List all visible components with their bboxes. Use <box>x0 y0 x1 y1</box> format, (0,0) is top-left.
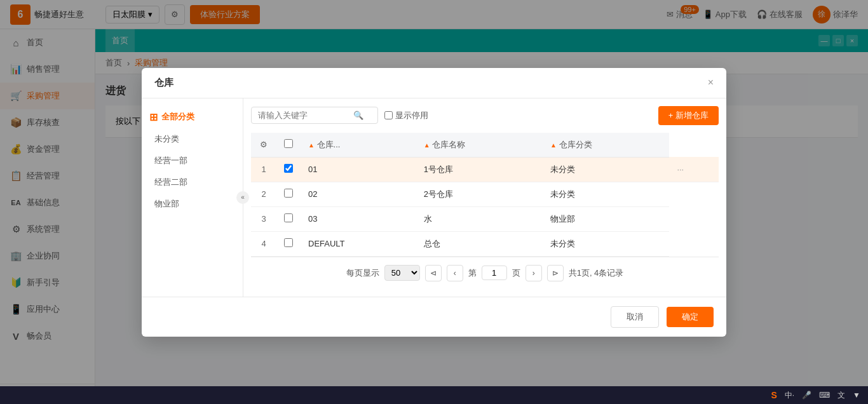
col-code: ▲ 仓库... <box>301 133 416 158</box>
col-category: ▲ 仓库分类 <box>543 133 669 158</box>
row-checkbox[interactable] <box>284 213 293 222</box>
pagination: 每页显示 50 100 ⊲ ‹ 第 页 › ⊳ 共1页, 4条记录 <box>251 257 719 289</box>
sort-icon-name: ▲ <box>424 142 430 149</box>
warehouse-list-panel: 🔍 显示停用 + 新增仓库 ⚙ <box>243 98 726 297</box>
grid-icon: ⊞ <box>149 111 158 123</box>
row-name: 总仓 <box>416 231 543 256</box>
row-code: DEFAULT <box>301 231 416 256</box>
category-item-operations1[interactable]: 经营一部 <box>142 150 243 172</box>
category-item-uncategorized[interactable]: 未分类 <box>142 128 243 150</box>
first-page-button[interactable]: ⊲ <box>425 265 442 281</box>
category-panel: ⊞ 全部分类 未分类 经营一部 经营二部 物业部 « <box>142 98 243 297</box>
per-page-label: 每页显示 <box>346 267 379 279</box>
row-category: 未分类 <box>543 157 669 182</box>
sort-icon: ▲ <box>308 142 315 149</box>
col-settings[interactable]: ⚙ <box>251 133 276 158</box>
row-name: 1号仓库 <box>416 157 543 182</box>
row-checkbox[interactable] <box>284 238 293 247</box>
category-item-operations2[interactable]: 经营二部 <box>142 172 243 193</box>
row-checkbox[interactable] <box>284 164 293 173</box>
row-num: 1 <box>251 157 276 182</box>
modal-overlay: 仓库 × ⊞ 全部分类 未分类 经营一部 经营二部 物业部 « <box>0 0 868 404</box>
search-bar: 🔍 显示停用 + 新增仓库 <box>251 106 719 125</box>
search-input[interactable] <box>258 111 353 120</box>
row-code: 03 <box>301 206 416 231</box>
page-label-pre: 第 <box>468 267 477 279</box>
row-name: 水 <box>416 206 543 231</box>
warehouse-table: ⚙ ▲ 仓库... ▲ 仓库名称 ▲ 仓库分类 1 01 1号仓库 未分类 ··… <box>251 133 719 257</box>
show-disabled-checkbox[interactable] <box>384 111 393 119</box>
select-all-checkbox[interactable] <box>284 139 293 148</box>
modal-title: 仓库 <box>154 77 173 89</box>
row-category: 未分类 <box>543 231 669 256</box>
row-num: 2 <box>251 182 276 206</box>
row-code: 01 <box>301 157 416 182</box>
search-input-wrap: 🔍 <box>251 107 378 124</box>
modal-footer: 取消 确定 <box>142 297 726 337</box>
confirm-button[interactable]: 确定 <box>667 307 714 327</box>
row-num: 3 <box>251 206 276 231</box>
row-checkbox-cell[interactable] <box>276 231 301 256</box>
last-page-button[interactable]: ⊳ <box>547 265 564 281</box>
status-text[interactable]: 文 <box>837 390 845 401</box>
row-code: 02 <box>301 182 416 206</box>
sort-icon-cat: ▲ <box>550 142 557 149</box>
modal-header: 仓库 × <box>142 68 726 98</box>
prev-page-button[interactable]: ‹ <box>447 265 463 281</box>
add-warehouse-button[interactable]: + 新增仓库 <box>658 106 719 125</box>
status-arrow: ▼ <box>853 391 860 400</box>
table-header-row: ⚙ ▲ 仓库... ▲ 仓库名称 ▲ 仓库分类 <box>251 133 719 158</box>
total-info: 共1页, 4条记录 <box>569 267 624 279</box>
row-checkbox-cell[interactable] <box>276 157 301 182</box>
cancel-button[interactable]: 取消 <box>611 306 659 328</box>
next-page-button[interactable]: › <box>526 265 542 281</box>
modal-close-button[interactable]: × <box>708 77 714 88</box>
settings-col-icon: ⚙ <box>260 140 268 149</box>
row-name: 2号仓库 <box>416 182 543 206</box>
modal-body: ⊞ 全部分类 未分类 经营一部 经营二部 物业部 « 🔍 <box>142 98 726 297</box>
all-categories-header[interactable]: ⊞ 全部分类 <box>142 106 243 128</box>
category-item-property[interactable]: 物业部 <box>142 193 243 215</box>
row-checkbox-cell[interactable] <box>276 182 301 206</box>
warehouse-modal: 仓库 × ⊞ 全部分类 未分类 经营一部 经营二部 物业部 « <box>142 68 726 337</box>
row-category: 物业部 <box>543 206 669 231</box>
per-page-select[interactable]: 50 100 <box>384 265 420 281</box>
status-keyboard[interactable]: ⌨ <box>819 391 830 400</box>
warehouse-table-wrap: ⚙ ▲ 仓库... ▲ 仓库名称 ▲ 仓库分类 1 01 1号仓库 未分类 ··… <box>251 133 719 257</box>
panel-collapse-button[interactable]: « <box>236 191 249 204</box>
table-row[interactable]: 1 01 1号仓库 未分类 ··· <box>251 157 719 182</box>
row-category: 未分类 <box>543 182 669 206</box>
status-bar: S 中· 🎤 ⌨ 文 ▼ <box>0 386 868 404</box>
table-row[interactable]: 3 03 水 物业部 <box>251 206 719 231</box>
row-checkbox[interactable] <box>284 189 293 198</box>
status-logo: S <box>771 390 776 400</box>
row-more-button[interactable]: ··· <box>669 157 719 182</box>
status-mic[interactable]: 🎤 <box>802 391 811 400</box>
status-lang[interactable]: 中· <box>785 390 794 401</box>
row-checkbox-cell[interactable] <box>276 206 301 231</box>
show-disabled-label[interactable]: 显示停用 <box>384 110 428 121</box>
page-number-input[interactable] <box>482 266 507 280</box>
table-row[interactable]: 4 DEFAULT 总仓 未分类 <box>251 231 719 256</box>
row-num: 4 <box>251 231 276 256</box>
col-name: ▲ 仓库名称 <box>416 133 543 158</box>
col-checkbox[interactable] <box>276 133 301 158</box>
search-icon[interactable]: 🔍 <box>353 111 363 120</box>
table-row[interactable]: 2 02 2号仓库 未分类 <box>251 182 719 206</box>
page-label: 页 <box>512 267 520 279</box>
